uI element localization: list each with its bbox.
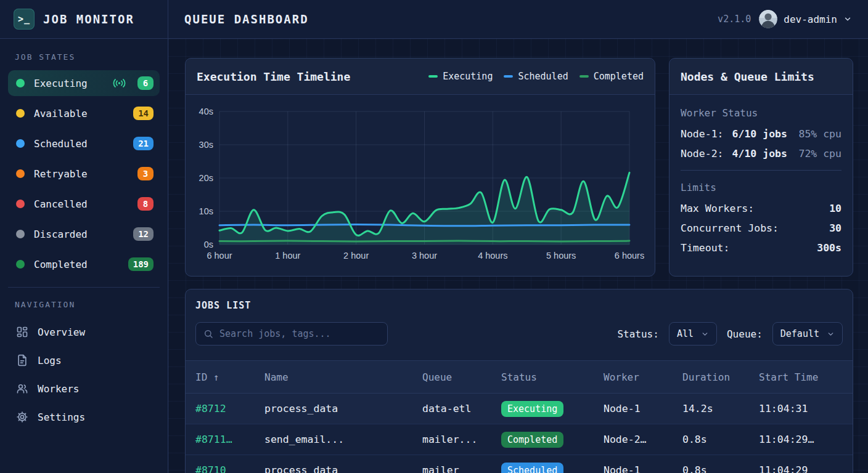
selected-value: All — [677, 328, 694, 339]
table-header: ID ↑NameQueueStatusWorkerDurationStart T… — [186, 360, 853, 394]
limit-label: Max Workers: — [681, 203, 754, 214]
sidebar-item-workers[interactable]: Workers — [8, 374, 160, 403]
table-row[interactable]: #8710process_datamailerScheduledNode-10.… — [186, 455, 853, 473]
job-name: process_data — [264, 403, 422, 414]
svg-text:4 hours: 4 hours — [478, 251, 507, 261]
sidebar-state-cancelled[interactable]: Cancelled8 — [8, 191, 160, 217]
job-duration: 14.2s — [682, 403, 759, 414]
sidebar-state-retryable[interactable]: Retryable3 — [8, 161, 160, 187]
legend-label: Completed — [594, 71, 644, 82]
panel-divider — [681, 170, 841, 171]
sidebar-item-settings[interactable]: Settings — [8, 403, 160, 431]
column-header[interactable]: Name — [264, 371, 422, 383]
state-label: Executing — [34, 78, 102, 89]
sidebar-item-overview[interactable]: Overview — [8, 318, 160, 346]
timeline-card-title: Execution Time Timeline — [197, 70, 350, 83]
state-dot — [16, 200, 25, 208]
nav-label: Overview — [38, 326, 85, 338]
job-name: send_email... — [264, 434, 422, 445]
job-worker: Node-2… — [604, 434, 682, 445]
state-dot — [16, 169, 25, 178]
sidebar-state-discarded[interactable]: Discarded12 — [8, 221, 160, 247]
sidebar-state-scheduled[interactable]: Scheduled21 — [8, 131, 160, 156]
legend-swatch — [504, 75, 513, 78]
svg-text:6 hour: 6 hour — [207, 251, 232, 261]
jobs-card: JOBS LIST Status:AllQueue:Default ID ↑Na… — [185, 289, 853, 473]
chevron-down-icon — [827, 330, 835, 338]
limit-label: Concurrent Jobs: — [681, 222, 779, 234]
navigation-list: OverviewLogsWorkersSettings — [8, 318, 160, 431]
column-header[interactable]: ID ↑ — [195, 371, 264, 383]
table-row[interactable]: #8711…send_email...mailer...CompletedNod… — [186, 424, 853, 455]
svg-text:0s: 0s — [204, 240, 213, 249]
column-header[interactable]: Start Time — [759, 371, 853, 383]
main-content: Execution Time Timeline ExecutingSchedul… — [168, 39, 868, 473]
state-label: Retryable — [34, 168, 128, 180]
status-badge: Scheduled — [501, 463, 563, 473]
limit-label: Timeout: — [681, 242, 729, 254]
sidebar-item-logs[interactable]: Logs — [8, 346, 160, 374]
gear-icon — [16, 411, 28, 423]
job-duration: 0.8s — [682, 434, 759, 445]
job-id-link[interactable]: #8712 — [195, 403, 264, 414]
state-label: Cancelled — [34, 198, 128, 210]
state-count-badge: 189 — [128, 257, 154, 271]
user-menu[interactable]: dev-admin — [759, 10, 852, 28]
topbar: >_ JOB MONITOR QUEUE DASHBOARD v2.1.0 de… — [0, 0, 868, 39]
worker-jobs: 6/10 jobs — [732, 128, 787, 140]
state-dot — [16, 139, 25, 148]
state-count-badge: 12 — [133, 227, 154, 241]
sidebar-state-available[interactable]: Available14 — [8, 100, 160, 126]
status-badge: Completed — [501, 432, 563, 448]
limit-value: 30 — [829, 222, 841, 234]
status-filter-select[interactable]: All — [669, 322, 717, 346]
job-queue: mailer — [422, 464, 501, 473]
job-id-link[interactable]: #8711… — [195, 434, 264, 445]
column-header[interactable]: Duration — [682, 371, 759, 383]
search-box[interactable] — [195, 322, 388, 346]
queue-filter-select[interactable]: Default — [772, 322, 843, 346]
job-queue: mailer... — [422, 434, 501, 445]
state-dot — [16, 260, 25, 269]
table-row[interactable]: #8712process_datadata-etlExecutingNode-1… — [186, 394, 853, 424]
column-header[interactable]: Worker — [604, 371, 682, 383]
topbar-main: QUEUE DASHBOARD v2.1.0 dev-admin — [168, 0, 868, 38]
svg-text:10s: 10s — [199, 206, 213, 216]
status-filter-label: Status: — [617, 328, 658, 340]
job-duration: 0.8s — [682, 464, 759, 473]
job-id-link[interactable]: #8710 — [195, 464, 264, 473]
legend-swatch — [428, 75, 438, 78]
state-label: Available — [34, 108, 124, 119]
navigation-heading: NAVIGATION — [8, 300, 160, 309]
job-states-heading: JOB STATES — [8, 52, 160, 62]
worker-cpu: 72% cpu — [798, 148, 841, 160]
terminal-icon: >_ — [14, 9, 35, 30]
legend-label: Executing — [443, 71, 493, 82]
limit-value: 300s — [817, 242, 841, 254]
search-input[interactable] — [219, 328, 380, 339]
worker-status-row: Node-1:6/10 jobs85% cpu — [681, 128, 841, 140]
worker-label: Node-1: — [681, 128, 724, 140]
nodes-card: Nodes & Queue Limits Worker Status Node-… — [669, 58, 853, 277]
state-count-badge: 6 — [137, 76, 154, 90]
worker-status-heading: Worker Status — [681, 107, 841, 119]
state-count-badge: 8 — [137, 197, 154, 211]
job-start-time: 11:04:29… — [759, 434, 853, 445]
sidebar-state-executing[interactable]: Executing6 — [8, 70, 160, 96]
column-header[interactable]: Status — [501, 371, 604, 383]
sidebar-divider — [8, 287, 160, 288]
nav-label: Logs — [38, 355, 62, 366]
svg-text:30s: 30s — [199, 140, 213, 150]
worker-jobs: 4/10 jobs — [732, 148, 787, 160]
jobs-list-heading: JOBS LIST — [186, 289, 853, 311]
filters: Status:AllQueue:Default — [617, 322, 843, 346]
state-dot — [16, 79, 25, 87]
sidebar: JOB STATES Executing6Available14Schedule… — [0, 39, 168, 473]
column-header[interactable]: Queue — [422, 371, 501, 383]
sidebar-state-completed[interactable]: Completed189 — [8, 251, 160, 277]
timeline-card: Execution Time Timeline ExecutingSchedul… — [185, 58, 655, 277]
svg-text:40s: 40s — [199, 107, 213, 116]
worker-status-row: Node-2:4/10 jobs72% cpu — [681, 148, 841, 160]
legend-item-executing: Executing — [428, 71, 493, 82]
selected-value: Default — [780, 328, 819, 339]
